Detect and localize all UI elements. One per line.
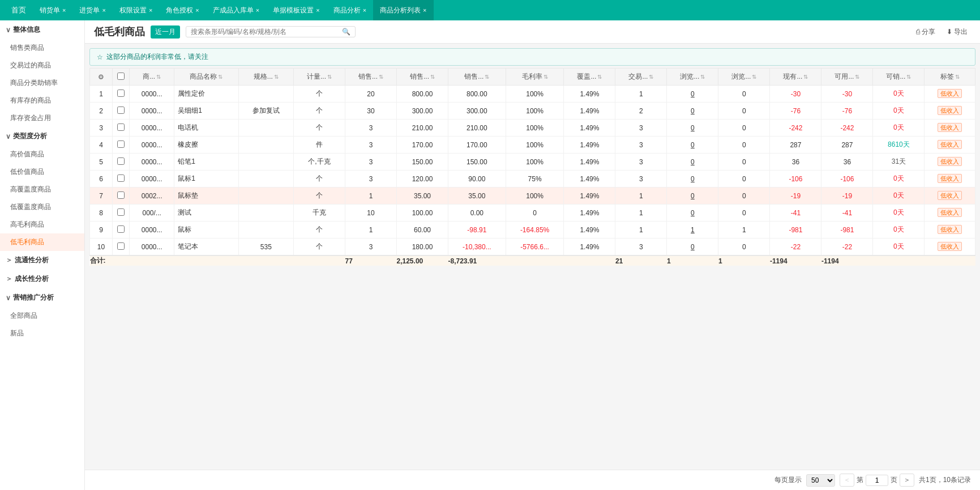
nav-product-entry[interactable]: 产成品入库单 × [206, 0, 266, 20]
close-icon[interactable]: × [195, 7, 199, 14]
prev-page-button[interactable]: ＜ [840, 474, 854, 487]
page-size-select[interactable]: 10 20 50 100 [806, 474, 835, 487]
row-select-checkbox[interactable] [117, 174, 125, 182]
row-checkbox[interactable] [113, 103, 130, 120]
close-icon[interactable]: × [423, 7, 426, 14]
row-select-checkbox[interactable] [117, 123, 125, 131]
row-checkbox[interactable] [113, 137, 130, 154]
col-browse-uv[interactable]: 浏览...⇅ [667, 69, 718, 86]
col-transactions[interactable]: 交易...⇅ [615, 69, 667, 86]
row-checkbox[interactable] [113, 86, 130, 103]
row-browse-uv[interactable]: 0 [667, 120, 718, 137]
col-saleable[interactable]: 可销...⇅ [873, 69, 925, 86]
close-icon[interactable]: × [363, 7, 366, 14]
sidebar-item-high-coverage[interactable]: 高覆盖度商品 [0, 181, 84, 198]
sidebar-group-circulation[interactable]: ＞ 流通性分析 [0, 251, 84, 270]
row-checkbox[interactable] [113, 204, 130, 221]
row-browse-uv[interactable]: 0 [667, 154, 718, 171]
row-checkbox[interactable] [113, 221, 130, 238]
select-all-checkbox[interactable] [117, 73, 125, 80]
search-icon[interactable]: 🔍 [342, 28, 350, 36]
row-checkbox[interactable] [113, 154, 130, 171]
nav-permission[interactable]: 权限设置 × [113, 0, 159, 20]
col-name[interactable]: 商品名称⇅ [174, 69, 238, 86]
share-button[interactable]: ⎙ 分享 [913, 25, 939, 39]
row-checkbox[interactable] [113, 188, 130, 204]
row-gross-rate: -5766.6... [506, 238, 564, 256]
row-gross-rate: 100% [506, 120, 564, 137]
sidebar-item-inventory-capital[interactable]: 库存资金占用 [0, 109, 84, 127]
sidebar-item-stocked-products[interactable]: 有库存的商品 [0, 92, 84, 109]
nav-sales-order[interactable]: 销货单 × [33, 0, 72, 20]
row-select-checkbox[interactable] [117, 157, 125, 165]
close-icon[interactable]: × [102, 7, 105, 14]
close-icon[interactable]: × [316, 7, 319, 14]
col-coverage[interactable]: 覆盖...⇅ [564, 69, 615, 86]
page-input[interactable] [866, 475, 888, 486]
nav-product-analysis[interactable]: 商品分析 × [327, 0, 373, 20]
sidebar-item-all-products[interactable]: 全部商品 [0, 307, 84, 325]
col-code[interactable]: 商...⇅ [130, 69, 174, 86]
page-size-label: 每页显示 [774, 475, 802, 485]
row-select-checkbox[interactable] [117, 90, 125, 97]
close-icon[interactable]: × [256, 7, 259, 14]
col-unit[interactable]: 计量...⇅ [294, 69, 345, 86]
row-browse-uv[interactable]: 0 [667, 188, 718, 204]
nav-template-settings[interactable]: 单据模板设置 × [266, 0, 326, 20]
col-gross-rate[interactable]: 毛利率⇅ [506, 69, 564, 86]
sidebar-group-growth[interactable]: ＞ 成长性分析 [0, 270, 84, 288]
sidebar-item-sales-products[interactable]: 销售类商品 [0, 39, 84, 57]
page-nav: ＜ 第 页 ＞ [840, 474, 914, 487]
col-sales-amt[interactable]: 销售...⇅ [397, 69, 448, 86]
search-input[interactable] [191, 28, 342, 36]
row-browse-uv[interactable]: 0 [667, 238, 718, 256]
row-select-checkbox[interactable] [117, 225, 125, 233]
sidebar-item-category-rate[interactable]: 商品分类助销率 [0, 74, 84, 92]
row-browse-uv[interactable]: 0 [667, 204, 718, 221]
close-icon[interactable]: × [62, 7, 66, 14]
row-browse-uv[interactable]: 1 [667, 221, 718, 238]
col-available[interactable]: 可用...⇅ [821, 69, 873, 86]
sidebar-group-type-analysis[interactable]: ∨ 类型度分析 [0, 127, 84, 146]
col-spec[interactable]: 规格...⇅ [238, 69, 293, 86]
date-filter-button[interactable]: 近一月 [151, 25, 180, 39]
row-select-checkbox[interactable] [117, 140, 125, 148]
sidebar-item-high-margin[interactable]: 高毛利商品 [0, 216, 84, 233]
next-page-button[interactable]: ＞ [900, 474, 914, 487]
sidebar-item-low-coverage[interactable]: 低覆盖度商品 [0, 198, 84, 216]
sidebar-group-overview[interactable]: ∨ 整体信息 [0, 20, 84, 39]
col-settings[interactable]: ⚙ [90, 69, 113, 86]
export-button[interactable]: ⬇ 导出 [943, 25, 971, 39]
sidebar-group-marketing[interactable]: ∨ 营销推广分析 [0, 288, 84, 307]
row-select-checkbox[interactable] [117, 191, 125, 199]
sidebar-item-traded-products[interactable]: 交易过的商品 [0, 57, 84, 74]
sidebar-item-low-margin[interactable]: 低毛利商品 [0, 233, 84, 251]
row-unit: 件 [294, 137, 345, 154]
row-browse-uv[interactable]: 0 [667, 137, 718, 154]
row-browse-uv[interactable]: 0 [667, 171, 718, 188]
row-select-checkbox[interactable] [117, 106, 125, 114]
close-icon[interactable]: × [149, 7, 152, 14]
row-browse-uv[interactable]: 0 [667, 86, 718, 103]
row-checkbox[interactable] [113, 120, 130, 137]
row-select-checkbox[interactable] [117, 242, 125, 250]
row-select-checkbox[interactable] [117, 208, 125, 216]
col-sales-profit[interactable]: 销售...⇅ [448, 69, 506, 86]
nav-purchase-order[interactable]: 进货单 × [72, 0, 112, 20]
sidebar-item-new-products[interactable]: 新品 [0, 325, 84, 342]
row-checkbox[interactable] [113, 238, 130, 256]
nav-product-analysis-list[interactable]: 商品分析列表 × [373, 0, 433, 20]
row-checkbox[interactable] [113, 171, 130, 188]
nav-home[interactable]: 首页 [5, 0, 33, 20]
row-browse-uv[interactable]: 0 [667, 103, 718, 120]
col-browse-pv[interactable]: 浏览...⇅ [718, 69, 770, 86]
col-sales-qty[interactable]: 销售...⇅ [345, 69, 397, 86]
col-checkbox[interactable] [113, 69, 130, 86]
sidebar-item-high-value[interactable]: 高价值商品 [0, 146, 84, 163]
sidebar-item-low-value[interactable]: 低价值商品 [0, 163, 84, 181]
row-current: -30 [770, 86, 821, 103]
nav-role-auth[interactable]: 角色授权 × [159, 0, 206, 20]
main-content: 低毛利商品 近一月 🔍 ⎙ 分享 ⬇ 导出 ☆ 这部分商品的利润非常低，请关注 [85, 20, 980, 490]
col-tag[interactable]: 标签⇅ [925, 69, 975, 86]
col-current[interactable]: 现有...⇅ [770, 69, 821, 86]
